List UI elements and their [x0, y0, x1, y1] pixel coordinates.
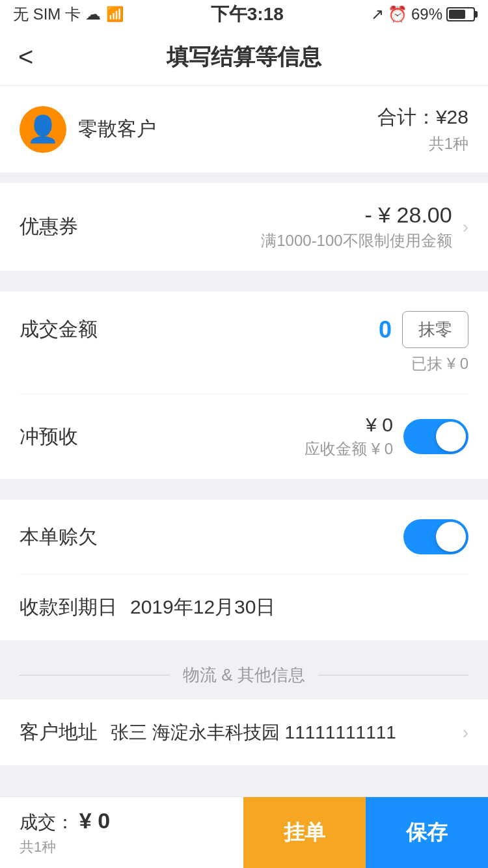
alarm-icon: ⏰: [388, 5, 407, 23]
status-time: 下午3:18: [211, 2, 284, 27]
chong-amounts: ¥ 0 应收金额 ¥ 0: [305, 414, 393, 459]
chong-main-amount: ¥ 0: [305, 414, 393, 436]
due-date-row: 收款到期日 2019年12月30日: [0, 575, 488, 640]
customer-avatar-icon: 👤: [27, 114, 59, 144]
status-right: ↗ ⏰ 69%: [371, 5, 475, 23]
due-date-label: 收款到期日: [20, 594, 117, 621]
bendan-section: 本单赊欠 收款到期日 2019年12月30日: [0, 500, 488, 640]
coupon-value-block: - ¥ 28.00 满1000-100不限制使用金额: [261, 202, 452, 251]
bendan-row: 本单赊欠: [0, 500, 488, 574]
address-row[interactable]: 客户地址 张三 海淀永丰科技园 11111111111 ›: [0, 699, 488, 765]
coupon-desc: 满1000-100不限制使用金额: [261, 230, 452, 251]
customer-name: 零散客户: [78, 116, 156, 142]
back-button[interactable]: <: [18, 42, 33, 72]
due-date-value: 2019年12月30日: [130, 594, 275, 621]
chong-sub-amount: 应收金额 ¥ 0: [305, 439, 393, 459]
deal-amount-sub: 已抹 ¥ 0: [20, 353, 468, 374]
customer-total: 合计：¥28 共1种: [377, 104, 468, 154]
customer-row: 👤 零散客户 合计：¥28 共1种: [0, 86, 488, 172]
total-count: 共1种: [377, 133, 468, 154]
divider-2: [0, 489, 488, 500]
coupon-amount: - ¥ 28.00: [261, 202, 452, 228]
amount-top: 成交金额 0 抹零: [20, 311, 468, 348]
location-icon: ↗: [371, 5, 384, 23]
status-bar: 无 SIM 卡 ☁ 📶 下午3:18 ↗ ⏰ 69%: [0, 0, 488, 29]
bendan-toggle-thumb: [436, 522, 466, 552]
bendan-toggle[interactable]: [403, 519, 468, 554]
chong-right: ¥ 0 应收金额 ¥ 0: [305, 414, 468, 459]
bottom-bar: 成交： ¥ 0 共1种 挂单 保存: [0, 796, 488, 868]
deal-amount-right: 0 抹零: [379, 311, 468, 348]
bottom-deal-row: 成交： ¥ 0: [20, 808, 224, 835]
bottom-deal-amount: ¥ 0: [79, 808, 110, 833]
page-title: 填写结算等信息: [167, 42, 321, 72]
coupon-chevron-icon: ›: [463, 217, 468, 237]
logistics-line-left: [20, 675, 170, 675]
hold-button[interactable]: 挂单: [243, 797, 366, 869]
logistics-line-right: [318, 675, 468, 675]
bottom-deal-label: 成交：: [20, 812, 74, 832]
save-button[interactable]: 保存: [366, 797, 488, 869]
coupon-label: 优惠券: [20, 213, 78, 240]
round-button[interactable]: 抹零: [402, 311, 468, 348]
customer-left: 👤 零散客户: [20, 106, 156, 153]
bottom-count: 共1种: [20, 837, 224, 857]
coupon-section: 优惠券 - ¥ 28.00 满1000-100不限制使用金额 ›: [0, 183, 488, 271]
chong-row: 冲预收 ¥ 0 应收金额 ¥ 0: [0, 394, 488, 479]
chong-toggle[interactable]: [403, 419, 468, 454]
battery-percent: 69%: [411, 5, 442, 23]
wifi-icon: 📶: [106, 6, 124, 23]
content-area: 👤 零散客户 合计：¥28 共1种 优惠券 - ¥ 28.00 满1000-10…: [0, 86, 488, 854]
chong-label: 冲预收: [20, 424, 78, 450]
coupon-row[interactable]: 优惠券 - ¥ 28.00 满1000-100不限制使用金额 ›: [0, 183, 488, 271]
bendan-label: 本单赊欠: [20, 524, 98, 550]
battery-icon: [446, 7, 475, 21]
bottom-info: 成交： ¥ 0 共1种: [0, 808, 243, 857]
total-amount: 合计：¥28: [377, 104, 468, 131]
toggle-thumb: [436, 422, 466, 452]
sim-label: 无 SIM 卡 ☁: [13, 4, 101, 25]
address-label: 客户地址: [20, 719, 98, 746]
address-value: 张三 海淀永丰科技园 11111111111: [111, 720, 463, 745]
address-section: 客户地址 张三 海淀永丰科技园 11111111111 ›: [0, 699, 488, 765]
divider-1: [0, 281, 488, 292]
status-left: 无 SIM 卡 ☁ 📶: [13, 4, 124, 25]
deal-amount-row: 成交金额 0 抹零 已抹 ¥ 0: [0, 292, 488, 394]
customer-avatar: 👤: [20, 106, 66, 153]
deal-amount-label: 成交金额: [20, 316, 98, 343]
logistics-section-header: 物流 & 其他信息: [0, 651, 488, 699]
address-chevron-icon: ›: [463, 722, 468, 743]
logistics-label: 物流 & 其他信息: [183, 664, 305, 686]
nav-bar: < 填写结算等信息: [0, 29, 488, 86]
deal-amount-value: 0: [379, 316, 392, 344]
coupon-right: - ¥ 28.00 满1000-100不限制使用金额 ›: [261, 202, 468, 251]
deal-amount-section: 成交金额 0 抹零 已抹 ¥ 0 冲预收 ¥ 0 应收金额 ¥ 0: [0, 292, 488, 479]
